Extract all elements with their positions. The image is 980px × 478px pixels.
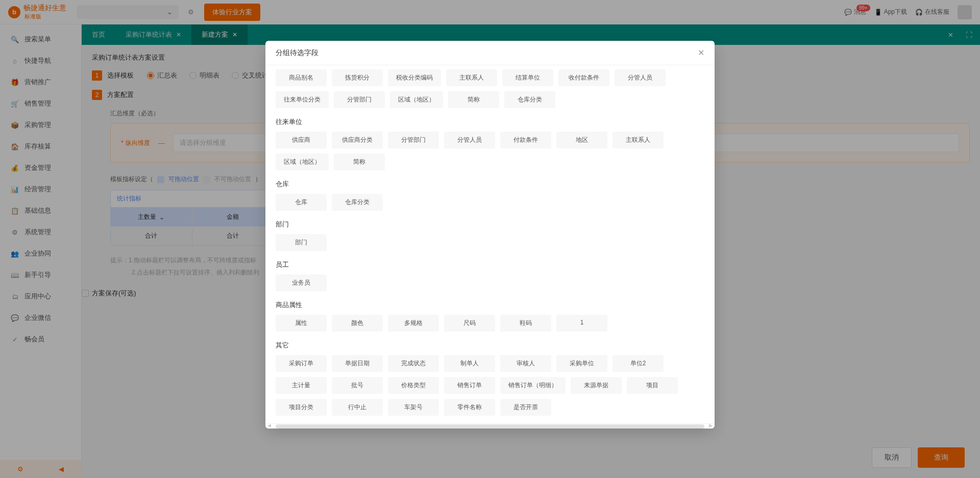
field-chip[interactable]: 单据日期 [332, 355, 383, 372]
field-chip[interactable]: 是否开票 [500, 399, 551, 416]
field-chip[interactable]: 零件名称 [444, 399, 495, 416]
field-chip[interactable]: 供应商分类 [332, 132, 383, 148]
horizontal-scrollbar[interactable] [265, 423, 715, 429]
chip-list: 供应商供应商分类分管部门分管人员付款条件地区主联系人区域（地区）简称 [276, 132, 704, 170]
chip-list: 商品别名拣货积分税收分类编码主联系人结算单位收付款条件分管人员往来单位分类分管部… [276, 69, 704, 108]
field-chip[interactable]: 分管人员 [615, 69, 666, 86]
field-chip[interactable]: 拣货积分 [332, 69, 383, 86]
field-chip[interactable]: 往来单位分类 [276, 91, 329, 108]
field-chip[interactable]: 简称 [448, 91, 499, 108]
field-chip[interactable]: 分管部门 [388, 132, 439, 148]
field-chip[interactable]: 价格类型 [388, 377, 439, 394]
chip-list: 采购订单单据日期完成状态制单人审核人采购单位单位2主计量批号价格类型销售订单销售… [276, 355, 704, 416]
field-chip[interactable]: 属性 [276, 315, 327, 332]
field-chip[interactable]: 主联系人 [446, 69, 497, 86]
field-chip[interactable]: 销售订单（明细） [500, 377, 566, 394]
field-chip[interactable]: 地区 [556, 132, 607, 148]
field-group: 商品别名拣货积分税收分类编码主联系人结算单位收付款条件分管人员往来单位分类分管部… [276, 69, 704, 108]
field-chip[interactable]: 销售订单 [444, 377, 495, 394]
field-chip[interactable]: 车架号 [388, 399, 439, 416]
chip-list: 属性颜色多规格尺码鞋码1 [276, 315, 704, 332]
modal-close-button[interactable]: ✕ [698, 48, 704, 58]
field-chip[interactable]: 1 [556, 315, 607, 332]
field-chip[interactable]: 采购单位 [556, 355, 607, 372]
field-chip[interactable]: 主联系人 [612, 132, 664, 148]
field-chip[interactable]: 收付款条件 [558, 69, 609, 86]
chip-list: 部门 [276, 234, 704, 251]
field-group: 商品属性属性颜色多规格尺码鞋码1 [276, 300, 704, 332]
field-chip[interactable]: 行中止 [332, 399, 383, 416]
field-chip[interactable]: 项目 [627, 377, 678, 394]
field-chip[interactable]: 供应商 [276, 132, 327, 148]
modal-header: 分组待选字段 ✕ [265, 41, 715, 65]
chip-list: 业务员 [276, 274, 704, 291]
field-group: 往来单位供应商供应商分类分管部门分管人员付款条件地区主联系人区域（地区）简称 [276, 117, 704, 170]
scrollbar-thumb[interactable] [276, 424, 704, 429]
field-chip[interactable]: 单位2 [612, 355, 664, 372]
field-group-title: 员工 [276, 260, 704, 269]
field-group: 部门部门 [276, 220, 704, 251]
chip-list: 仓库仓库分类 [276, 194, 704, 211]
field-group-title: 商品属性 [276, 300, 704, 310]
field-group: 其它采购订单单据日期完成状态制单人审核人采购单位单位2主计量批号价格类型销售订单… [276, 341, 704, 416]
field-chip[interactable]: 多规格 [388, 315, 439, 332]
field-group-title: 仓库 [276, 180, 704, 189]
field-chip[interactable]: 仓库 [276, 194, 327, 211]
field-chip[interactable]: 部门 [276, 234, 327, 251]
field-chip[interactable]: 分管部门 [334, 91, 385, 108]
modal-overlay[interactable]: 分组待选字段 ✕ 商品别名拣货积分税收分类编码主联系人结算单位收付款条件分管人员… [0, 0, 980, 478]
field-chip[interactable]: 商品别名 [276, 69, 327, 86]
field-chip[interactable]: 付款条件 [500, 132, 551, 148]
field-selector-modal: 分组待选字段 ✕ 商品别名拣货积分税收分类编码主联系人结算单位收付款条件分管人员… [265, 41, 715, 429]
field-group: 仓库仓库仓库分类 [276, 180, 704, 211]
field-chip[interactable]: 仓库分类 [504, 91, 555, 108]
field-chip[interactable]: 审核人 [500, 355, 551, 372]
field-chip[interactable]: 业务员 [276, 274, 327, 291]
field-chip[interactable]: 主计量 [276, 377, 327, 394]
field-chip[interactable]: 鞋码 [500, 315, 551, 332]
field-group: 员工业务员 [276, 260, 704, 291]
field-chip[interactable]: 完成状态 [388, 355, 439, 372]
modal-title: 分组待选字段 [276, 48, 318, 58]
field-chip[interactable]: 分管人员 [444, 132, 495, 148]
modal-body: 商品别名拣货积分税收分类编码主联系人结算单位收付款条件分管人员往来单位分类分管部… [265, 65, 715, 423]
field-group-title: 其它 [276, 341, 704, 350]
field-group-title: 往来单位 [276, 117, 704, 127]
field-group-title: 部门 [276, 220, 704, 229]
field-chip[interactable]: 简称 [334, 154, 385, 170]
field-chip[interactable]: 采购订单 [276, 355, 327, 372]
field-chip[interactable]: 尺码 [444, 315, 495, 332]
field-chip[interactable]: 区域（地区） [390, 91, 443, 108]
field-chip[interactable]: 颜色 [332, 315, 383, 332]
field-chip[interactable]: 区域（地区） [276, 154, 329, 170]
field-chip[interactable]: 批号 [332, 377, 383, 394]
field-chip[interactable]: 结算单位 [502, 69, 553, 86]
field-chip[interactable]: 制单人 [444, 355, 495, 372]
field-chip[interactable]: 来源单据 [571, 377, 622, 394]
field-chip[interactable]: 仓库分类 [332, 194, 383, 211]
field-chip[interactable]: 税收分类编码 [388, 69, 441, 86]
field-chip[interactable]: 项目分类 [276, 399, 327, 416]
